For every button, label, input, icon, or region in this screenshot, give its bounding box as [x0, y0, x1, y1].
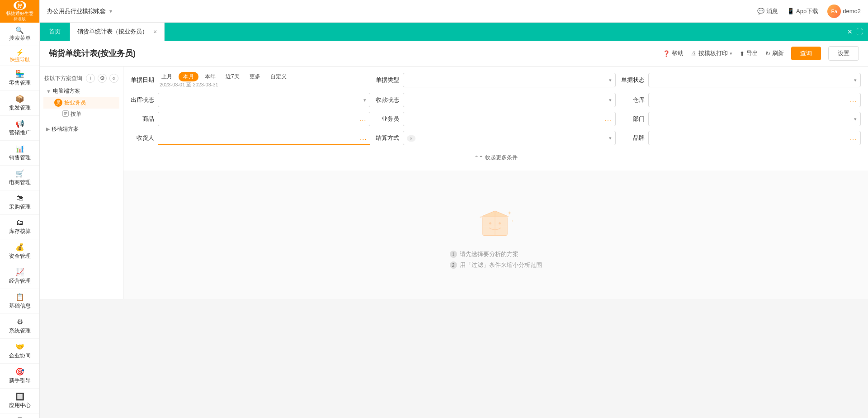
warehouse-dots[interactable]: …: [849, 96, 857, 104]
date-tab-more[interactable]: 更多: [246, 72, 264, 81]
settlement-arrow: ▾: [609, 135, 612, 141]
topbar-dropdown-icon[interactable]: ▾: [109, 8, 112, 14]
sidebar: 好 畅捷通好生意 标准版 🔍 搜索菜单 ⚡ 快捷导航 🏪零售管理📦批发管理📢营销…: [0, 0, 40, 418]
help-button[interactable]: ❓ 帮助: [663, 49, 684, 57]
sidebar-item-8[interactable]: 📈经营管理: [0, 264, 39, 289]
user-profile[interactable]: Ea demo2: [827, 5, 861, 18]
sidebar-item-0[interactable]: 🏪零售管理: [0, 66, 39, 91]
date-tab-custom[interactable]: 自定义: [267, 72, 290, 81]
salesperson-input[interactable]: …: [403, 112, 615, 126]
sidebar-icon-10: ⚙: [17, 318, 23, 326]
delivery-status-select[interactable]: ▾: [158, 93, 370, 107]
sidebar-item-1[interactable]: 📦批发管理: [0, 91, 39, 116]
tab-close-icon[interactable]: ✕: [847, 28, 853, 35]
refresh-button[interactable]: ↻ 刷新: [765, 49, 784, 57]
date-tab-this-year[interactable]: 本年: [201, 72, 219, 81]
sidebar-item-14[interactable]: 💬企业微信: [0, 413, 39, 418]
sidebar-label-0: 零售管理: [9, 79, 31, 87]
collapse-panel-button[interactable]: «: [109, 74, 118, 83]
print-button[interactable]: 🖨 按模板打印 ▾: [691, 49, 732, 57]
order-type-select[interactable]: ▾: [403, 73, 615, 87]
collapse-button[interactable]: ⌃⌃ 收起更多条件: [474, 154, 518, 162]
page-actions: ❓ 帮助 🖨 按模板打印 ▾ ⬆ 导出 ↻ 刷新 查询 设置: [663, 46, 859, 61]
user-name: demo2: [843, 8, 861, 14]
message-button[interactable]: 💬 消息: [757, 7, 778, 15]
department-select[interactable]: ▾: [648, 112, 861, 126]
sidebar-item-6[interactable]: 🗂库存核算: [0, 215, 39, 239]
receiver-dots[interactable]: …: [359, 133, 367, 142]
date-tab-this-month[interactable]: 本月: [179, 72, 198, 81]
order-status-select[interactable]: ▾: [648, 73, 861, 87]
sidebar-item-5[interactable]: 🛍采购管理: [0, 190, 39, 215]
topbar-left: 办公用品行业模拟账套 ▾: [47, 7, 112, 15]
sidebar-icon-11: 🤝: [15, 342, 24, 351]
tab-maximize-icon[interactable]: ⛶: [856, 28, 863, 35]
tabs-bar: 首页 销货单统计表（按业务员） × ✕ ⛶: [40, 23, 868, 41]
logo-icon: 好: [14, 1, 26, 10]
sidebar-item-3[interactable]: 📊销售管理: [0, 141, 39, 166]
empty-tips: 1 请先选择要分析的方案 2 用「过滤」条件来缩小分析范围: [450, 250, 542, 272]
warehouse-input[interactable]: …: [648, 93, 861, 107]
brand-dots[interactable]: …: [849, 134, 857, 142]
sidebar-item-11[interactable]: 🤝企业协同: [0, 339, 39, 364]
settings-scheme-button[interactable]: ⚙: [98, 74, 107, 83]
sidebar-label-8: 经营管理: [9, 277, 31, 285]
add-scheme-button[interactable]: +: [86, 74, 95, 83]
order-type-label: 单据类型: [376, 76, 399, 84]
clear-x-icon[interactable]: ×: [410, 136, 412, 141]
query-button[interactable]: 查询: [791, 47, 821, 60]
salesperson-dots[interactable]: …: [604, 115, 612, 123]
date-filter-control[interactable]: 上月 本月 本年 近7天 更多 自定义 2023-03-01 至 2023-03…: [158, 72, 370, 88]
receiver-input[interactable]: …: [158, 131, 370, 145]
sidebar-item-10[interactable]: ⚙系统管理: [0, 314, 39, 339]
date-tab-7days[interactable]: 近7天: [222, 72, 243, 81]
sidebar-item-7[interactable]: 💰资金管理: [0, 239, 39, 264]
tree-mobile-section[interactable]: ▶ 移动端方案: [43, 124, 119, 135]
payment-status-select[interactable]: ▾: [403, 93, 615, 107]
collapse-icon: «: [113, 75, 116, 81]
order-status-arrow: ▾: [854, 77, 857, 83]
salesperson-item: 业务员 …: [376, 112, 615, 126]
empty-state-icon: ✦ ✦ ✦: [473, 198, 519, 243]
sidebar-label-1: 批发管理: [9, 104, 31, 112]
product-input[interactable]: …: [158, 112, 370, 126]
export-button[interactable]: ⬆ 导出: [740, 49, 758, 57]
add-icon: +: [89, 75, 92, 81]
tab-active[interactable]: 销货单统计表（按业务员） ×: [70, 23, 165, 41]
right-panel: 单据日期 上月 本月 本年 近7天 更多 自定义 20: [123, 66, 868, 299]
brand-input[interactable]: …: [648, 131, 861, 145]
scheme-tree: ▼ 电脑端方案 员 按业务员: [40, 86, 123, 135]
svg-text:✦: ✦: [479, 215, 482, 219]
settlement-item: 结算方式 × ▾: [376, 131, 615, 145]
empty-tip-2: 2 用「过滤」条件来缩小分析范围: [450, 261, 542, 269]
tree-item-by-salesperson[interactable]: 员 按业务员: [43, 97, 119, 109]
settlement-select[interactable]: × ▾: [403, 131, 615, 145]
sidebar-item-9[interactable]: 📋基础信息: [0, 289, 39, 314]
tree-pc-section[interactable]: ▼ 电脑端方案: [43, 86, 119, 97]
date-tab-last-month[interactable]: 上月: [158, 72, 176, 81]
sidebar-label-9: 基础信息: [9, 302, 31, 310]
download-icon: 📱: [787, 8, 794, 14]
tree-item-salesperson-label: 按业务员: [64, 99, 86, 107]
sidebar-item-2[interactable]: 📢营销推广: [0, 116, 39, 141]
tree-item-by-order[interactable]: 按单: [43, 109, 119, 120]
settings-button[interactable]: 设置: [828, 46, 859, 61]
app-subtitle: 标准版: [14, 16, 26, 22]
app-download-button[interactable]: 📱 App下载: [787, 7, 818, 15]
help-icon: ❓: [663, 50, 670, 57]
sidebar-item-12[interactable]: 🎯新手引导: [0, 364, 39, 389]
svg-point-10: [498, 222, 500, 224]
tab-home[interactable]: 首页: [40, 23, 70, 41]
print-dropdown-icon[interactable]: ▾: [730, 51, 732, 57]
settlement-clear-badge[interactable]: ×: [407, 135, 415, 142]
sidebar-item-search[interactable]: 🔍 搜索菜单: [0, 23, 39, 46]
message-icon: 💬: [757, 8, 764, 14]
order-status-item: 单据状态 ▾: [621, 72, 861, 88]
topbar-title: 办公用品行业模拟账套: [47, 7, 106, 15]
sidebar-item-4[interactable]: 🛒电商管理: [0, 166, 39, 190]
product-dots[interactable]: …: [359, 115, 366, 123]
sidebar-item-quick-nav[interactable]: ⚡ 快捷导航: [0, 46, 39, 66]
tab-close-button[interactable]: ×: [153, 28, 157, 35]
sidebar-item-13[interactable]: 🔲应用中心: [0, 389, 39, 413]
tree-item-order-label: 按单: [71, 110, 81, 118]
